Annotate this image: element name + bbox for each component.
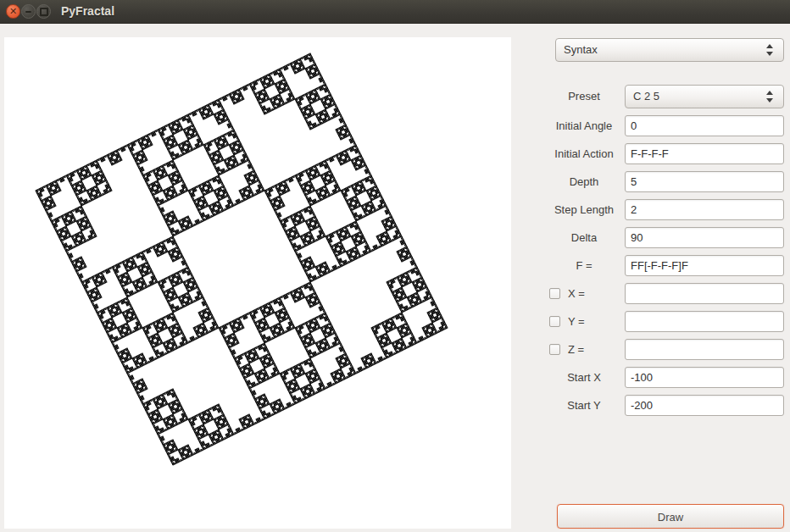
start-y-label: Start Y — [547, 395, 621, 416]
preset-combobox-value: C 2 5 — [633, 86, 659, 108]
delta-input[interactable] — [625, 227, 784, 248]
initial-action-input[interactable] — [625, 143, 784, 164]
field-row-initial-angle: Initial Angle — [547, 115, 784, 136]
minimize-icon — [25, 11, 31, 13]
field-row-preset: Preset C 2 5 — [547, 85, 784, 108]
z-rule-checkbox[interactable] — [549, 344, 560, 355]
f-rule-label: F = — [547, 255, 621, 276]
syntax-combobox[interactable]: Syntax — [555, 38, 784, 62]
titlebar: ✕ PyFractal — [0, 0, 790, 24]
syntax-combobox-value: Syntax — [564, 39, 598, 61]
close-icon: ✕ — [9, 7, 17, 16]
spinner-arrows-icon — [766, 44, 773, 58]
y-rule-checkbox[interactable] — [549, 316, 560, 327]
field-row-z-rule: Z = — [547, 339, 784, 360]
x-rule-checkbox[interactable] — [549, 288, 560, 299]
initial-angle-input[interactable] — [625, 115, 784, 136]
z-rule-input[interactable] — [625, 339, 784, 360]
x-rule-input[interactable] — [625, 283, 784, 304]
window-title: PyFractal — [61, 0, 114, 24]
initial-action-label: Initial Action — [547, 143, 621, 164]
close-button[interactable]: ✕ — [6, 4, 20, 19]
app-window: ✕ PyFractal Syntax Preset C 2 5 Init — [0, 0, 790, 532]
depth-input[interactable] — [625, 171, 784, 192]
field-row-y-rule: Y = — [547, 311, 784, 332]
field-row-start-x: Start X — [547, 367, 784, 388]
z-rule-label: Z = — [568, 339, 621, 360]
x-rule-label: X = — [568, 283, 621, 304]
spinner-up-icon — [766, 91, 773, 95]
field-row-start-y: Start Y — [547, 395, 784, 416]
fractal-canvas — [4, 37, 511, 529]
step-length-input[interactable] — [625, 199, 784, 220]
y-rule-input[interactable] — [625, 311, 784, 332]
step-length-label: Step Length — [547, 199, 621, 220]
start-x-label: Start X — [547, 367, 621, 388]
field-row-f-rule: F = — [547, 255, 784, 276]
spinner-arrows-icon — [766, 91, 773, 104]
draw-button[interactable]: Draw — [557, 504, 784, 529]
depth-label: Depth — [547, 171, 621, 192]
initial-angle-label: Initial Angle — [547, 115, 621, 136]
field-row-step-length: Step Length — [547, 199, 784, 220]
spinner-up-icon — [766, 44, 773, 48]
minimize-button[interactable] — [21, 4, 36, 19]
start-y-input[interactable] — [625, 395, 784, 416]
start-x-input[interactable] — [625, 367, 784, 388]
f-rule-input[interactable] — [625, 255, 784, 276]
field-row-x-rule: X = — [547, 283, 784, 304]
field-row-delta: Delta — [547, 227, 784, 248]
maximize-button[interactable] — [36, 4, 51, 19]
spinner-down-icon — [766, 52, 773, 56]
delta-label: Delta — [547, 227, 621, 248]
preset-combobox[interactable]: C 2 5 — [625, 85, 784, 108]
field-row-depth: Depth — [547, 171, 784, 192]
y-rule-label: Y = — [568, 311, 621, 332]
field-row-initial-action: Initial Action — [547, 143, 784, 164]
maximize-icon — [40, 8, 48, 16]
preset-label: Preset — [547, 85, 621, 108]
spinner-down-icon — [766, 98, 773, 103]
